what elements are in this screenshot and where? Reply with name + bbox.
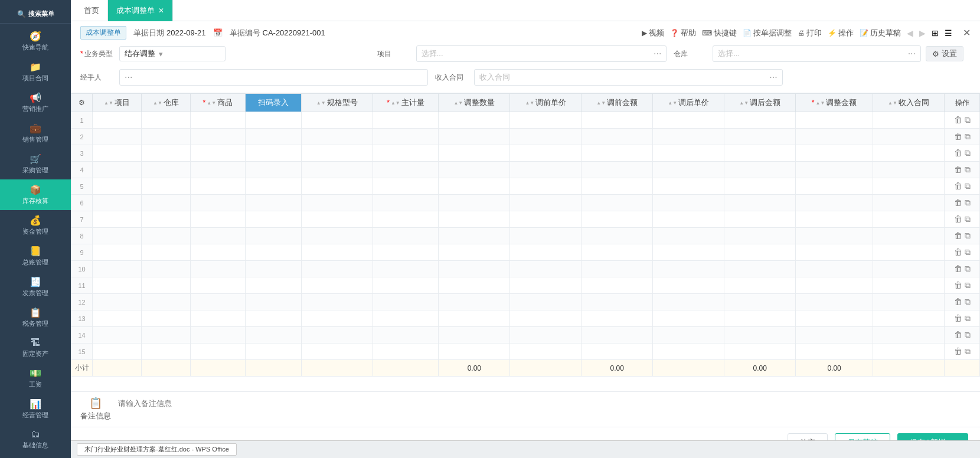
table-cell[interactable]: [191, 294, 246, 310]
income-contract-dots[interactable]: ···: [769, 72, 777, 83]
table-cell[interactable]: [653, 261, 724, 277]
table-cell[interactable]: [142, 145, 191, 162]
table-cell[interactable]: [93, 228, 142, 244]
table-cell[interactable]: [93, 112, 142, 129]
sidebar-item-project[interactable]: 📁 项目合同: [0, 57, 71, 87]
table-cell[interactable]: [796, 145, 873, 162]
table-cell[interactable]: [191, 244, 246, 261]
delete-icon[interactable]: 🗑: [954, 313, 962, 323]
table-cell[interactable]: [439, 129, 510, 145]
delete-icon[interactable]: 🗑: [954, 165, 962, 175]
copy-icon[interactable]: ⧉: [965, 231, 971, 241]
table-cell[interactable]: [873, 145, 944, 162]
table-cell[interactable]: [245, 327, 301, 344]
table-cell[interactable]: [796, 129, 873, 145]
table-cell[interactable]: [93, 129, 142, 145]
table-cell[interactable]: [439, 162, 510, 178]
table-cell[interactable]: [653, 310, 724, 327]
table-cell[interactable]: [873, 294, 944, 310]
table-cell[interactable]: [245, 195, 301, 211]
sidebar-item-system[interactable]: ⚙ 系统管理: [0, 454, 71, 458]
table-cell[interactable]: [653, 277, 724, 294]
table-cell[interactable]: [301, 162, 373, 178]
list-icon[interactable]: ☰: [945, 28, 952, 38]
table-cell[interactable]: [245, 129, 301, 145]
table-cell[interactable]: [653, 145, 724, 162]
table-cell[interactable]: [93, 145, 142, 162]
table-cell[interactable]: [142, 162, 191, 178]
table-cell[interactable]: [301, 211, 373, 228]
expand-icon[interactable]: ⊞: [932, 28, 939, 38]
delete-icon[interactable]: 🗑: [954, 346, 962, 356]
table-cell[interactable]: [142, 277, 191, 294]
table-cell[interactable]: [582, 344, 653, 360]
table-cell[interactable]: [873, 195, 944, 211]
delete-icon[interactable]: 🗑: [954, 198, 962, 208]
table-cell[interactable]: [191, 211, 246, 228]
table-cell[interactable]: [439, 261, 510, 277]
table-cell[interactable]: [796, 310, 873, 327]
table-cell[interactable]: [582, 129, 653, 145]
col-before-price[interactable]: ▲▼调前单价: [510, 94, 582, 112]
table-cell[interactable]: [510, 228, 582, 244]
table-cell[interactable]: [510, 211, 582, 228]
copy-icon[interactable]: ⧉: [965, 214, 971, 224]
table-cell[interactable]: [653, 211, 724, 228]
table-cell[interactable]: [582, 178, 653, 195]
copy-icon[interactable]: ⧉: [965, 280, 971, 290]
copy-icon[interactable]: ⧉: [965, 132, 971, 142]
action-cell[interactable]: 🗑⧉: [945, 310, 980, 327]
table-cell[interactable]: [373, 112, 439, 129]
table-cell[interactable]: [724, 178, 796, 195]
table-cell[interactable]: [873, 327, 944, 344]
table-cell[interactable]: [724, 277, 796, 294]
table-cell[interactable]: [582, 261, 653, 277]
table-cell[interactable]: [439, 277, 510, 294]
table-cell[interactable]: [373, 344, 439, 360]
delete-icon[interactable]: 🗑: [954, 231, 962, 241]
table-cell[interactable]: [796, 261, 873, 277]
table-cell[interactable]: [245, 294, 301, 310]
copy-icon[interactable]: ⧉: [965, 181, 971, 191]
notes-input[interactable]: [118, 397, 971, 410]
table-cell[interactable]: [301, 195, 373, 211]
table-cell[interactable]: [439, 327, 510, 344]
sidebar-item-payroll[interactable]: 💵 工资: [0, 363, 71, 394]
table-cell[interactable]: [142, 178, 191, 195]
table-cell[interactable]: [191, 162, 246, 178]
action-cell[interactable]: 🗑⧉: [945, 277, 980, 294]
col-spec[interactable]: ▲▼规格型号: [301, 94, 373, 112]
table-cell[interactable]: [373, 129, 439, 145]
tab-home[interactable]: 首页: [76, 0, 108, 21]
table-cell[interactable]: [510, 261, 582, 277]
table-cell[interactable]: [873, 228, 944, 244]
action-cell[interactable]: 🗑⧉: [945, 129, 980, 145]
copy-icon[interactable]: ⧉: [965, 247, 971, 257]
table-cell[interactable]: [582, 228, 653, 244]
table-cell[interactable]: [142, 112, 191, 129]
table-cell[interactable]: [439, 145, 510, 162]
table-cell[interactable]: [724, 310, 796, 327]
table-cell[interactable]: [653, 178, 724, 195]
table-cell[interactable]: [653, 228, 724, 244]
sidebar-item-marketing[interactable]: 📢 营销推广: [0, 87, 71, 118]
project-dots[interactable]: ···: [654, 48, 661, 59]
tab-cost-adjust[interactable]: 成本调整单 ✕: [108, 0, 173, 21]
table-cell[interactable]: [873, 261, 944, 277]
table-cell[interactable]: [93, 344, 142, 360]
delete-icon[interactable]: 🗑: [954, 181, 962, 191]
table-cell[interactable]: [653, 162, 724, 178]
copy-icon[interactable]: ⧉: [965, 198, 971, 208]
table-cell[interactable]: [373, 244, 439, 261]
delete-icon[interactable]: 🗑: [954, 280, 962, 290]
col-settings[interactable]: ⚙: [71, 94, 93, 112]
table-cell[interactable]: [373, 228, 439, 244]
copy-icon[interactable]: ⧉: [965, 313, 971, 323]
sidebar-item-assets[interactable]: 🏗 固定资产: [0, 333, 71, 363]
table-cell[interactable]: [191, 277, 246, 294]
action-cell[interactable]: 🗑⧉: [945, 327, 980, 344]
table-cell[interactable]: [93, 277, 142, 294]
table-cell[interactable]: [796, 162, 873, 178]
table-cell[interactable]: [301, 277, 373, 294]
copy-icon[interactable]: ⧉: [965, 165, 971, 175]
